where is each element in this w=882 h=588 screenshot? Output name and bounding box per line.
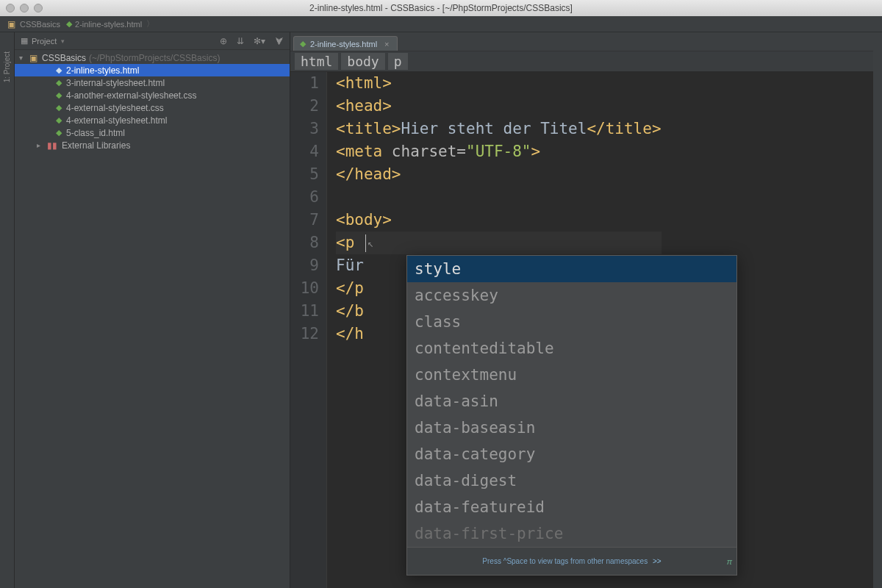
project-combo[interactable]: Project bbox=[32, 37, 57, 46]
folder-icon: ▣ bbox=[29, 53, 37, 63]
line-number: 10 bbox=[290, 277, 319, 300]
folder-icon: ▣ bbox=[7, 19, 15, 29]
text-caret bbox=[365, 234, 366, 252]
editor-area: ◆ 2-inline-styles.html × html body p 1 2… bbox=[290, 32, 882, 588]
hint-text: Press ^Space to view tags from other nam… bbox=[482, 557, 648, 565]
code-token: <html> bbox=[336, 74, 392, 92]
left-tool-strip: 1: Project bbox=[0, 32, 15, 588]
tree-file-label: 4-another-external-stylesheet.css bbox=[66, 90, 196, 101]
line-number: 5 bbox=[290, 163, 319, 186]
autocomplete-item[interactable]: data-digest bbox=[407, 467, 736, 494]
pi-icon: π bbox=[727, 551, 732, 573]
tree-root-label: CSSBasics bbox=[42, 53, 86, 63]
breadcrumb-project[interactable]: CSSBasics bbox=[20, 20, 60, 29]
window-title: 2-inline-styles.html - CSSBasics - [~/Ph… bbox=[0, 3, 882, 13]
tree-file[interactable]: ◆ 4-external-stylesheet.css bbox=[15, 101, 290, 114]
autocomplete-item[interactable]: data-asin bbox=[407, 388, 736, 415]
chevron-down-icon[interactable]: ▾ bbox=[19, 54, 28, 62]
window-titlebar: 2-inline-styles.html - CSSBasics - [~/Ph… bbox=[0, 0, 882, 16]
project-tree[interactable]: ▾ ▣ CSSBasics (~/PhpStormProjects/CSSBas… bbox=[15, 50, 290, 153]
breadcrumb-file[interactable]: 2-inline-styles.html bbox=[75, 20, 142, 29]
chevron-right-icon: 〉 bbox=[146, 18, 154, 29]
tree-file[interactable]: ◆ 3-internal-stylesheet.html bbox=[15, 76, 290, 89]
tree-root[interactable]: ▾ ▣ CSSBasics (~/PhpStormProjects/CSSBas… bbox=[15, 51, 290, 64]
line-number: 2 bbox=[290, 95, 319, 118]
autocomplete-item[interactable]: accesskey bbox=[407, 282, 736, 309]
code-token: </title> bbox=[587, 120, 661, 137]
tree-file[interactable]: ◆ 5-class_id.html bbox=[15, 126, 290, 139]
external-libraries[interactable]: ▸ ▮▮ External Libraries bbox=[15, 139, 290, 151]
line-number: 6 bbox=[290, 186, 319, 209]
project-combo-icon: ▦ bbox=[21, 36, 28, 46]
html-file-icon: ◆ bbox=[300, 39, 306, 49]
html-file-icon: ◆ bbox=[56, 115, 62, 125]
code-token: <title> bbox=[336, 120, 401, 137]
code-token: </p bbox=[336, 279, 364, 297]
code-token: <body> bbox=[336, 211, 392, 229]
code-token: > bbox=[531, 143, 541, 160]
scroll-from-source-icon[interactable]: ⊕ bbox=[220, 36, 227, 46]
line-number: 4 bbox=[290, 140, 319, 163]
hint-arrows[interactable]: >> bbox=[653, 557, 662, 565]
chevron-right-icon[interactable]: ▸ bbox=[37, 141, 46, 149]
tree-file-label: 2-inline-styles.html bbox=[66, 65, 139, 76]
autocomplete-item[interactable]: class bbox=[407, 309, 736, 335]
autocomplete-popup[interactable]: style accesskey class contenteditable co… bbox=[406, 255, 737, 576]
line-number: 1 bbox=[290, 72, 319, 95]
tree-file[interactable]: ◆ 4-another-external-stylesheet.css bbox=[15, 89, 290, 101]
tree-file-label: 4-external-stylesheet.css bbox=[66, 103, 164, 113]
autocomplete-item[interactable]: data-category bbox=[407, 441, 736, 467]
crumb[interactable]: html bbox=[295, 53, 338, 70]
autocomplete-item[interactable]: contextmenu bbox=[407, 362, 736, 388]
code-token: charset= bbox=[392, 143, 466, 160]
close-icon[interactable]: × bbox=[384, 40, 389, 49]
autocomplete-item[interactable]: data-featureid bbox=[407, 494, 736, 520]
html-file-icon: ◆ bbox=[56, 128, 62, 137]
code-token: Für bbox=[336, 257, 364, 274]
external-libraries-label: External Libraries bbox=[62, 140, 130, 151]
line-number: 9 bbox=[290, 254, 319, 277]
gear-icon[interactable]: ✻▾ bbox=[254, 36, 265, 46]
css-file-icon: ◆ bbox=[56, 103, 62, 112]
line-number: 8 bbox=[290, 232, 319, 254]
css-file-icon: ◆ bbox=[56, 90, 62, 100]
code-editor[interactable]: 1 2 3 4 5 6 7 8 9 10 11 12 <html> <head>… bbox=[290, 72, 882, 588]
crumb[interactable]: body bbox=[341, 53, 384, 70]
tree-file-label: 5-class_id.html bbox=[66, 128, 125, 138]
mouse-cursor-icon: ↖ bbox=[368, 237, 373, 249]
tree-file-label: 3-internal-stylesheet.html bbox=[66, 78, 165, 88]
code-text[interactable]: <html> <head> <title>Hier steht der Tite… bbox=[327, 72, 662, 588]
editor-tab[interactable]: ◆ 2-inline-styles.html × bbox=[293, 36, 398, 51]
library-icon: ▮▮ bbox=[47, 140, 57, 151]
structure-crumbs: html body p bbox=[290, 51, 882, 72]
html-file-icon: ◆ bbox=[56, 65, 62, 75]
collapse-all-icon[interactable]: ⇊ bbox=[237, 36, 244, 46]
autocomplete-item[interactable]: style bbox=[407, 256, 736, 282]
tree-file[interactable]: ◆ 4-external-stylesheet.html bbox=[15, 114, 290, 126]
project-panel: ▦ Project ▾ ⊕ ⇊ ✻▾ ⮟ ▾ ▣ CSSBasics (~/Ph… bbox=[15, 32, 290, 588]
html-file-icon: ◆ bbox=[66, 19, 72, 29]
editor-tabs: ◆ 2-inline-styles.html × bbox=[290, 32, 882, 51]
autocomplete-item[interactable]: data-baseasin bbox=[407, 415, 736, 441]
autocomplete-item[interactable]: contenteditable bbox=[407, 335, 736, 362]
code-token: <head> bbox=[336, 97, 392, 115]
line-number: 3 bbox=[290, 118, 319, 140]
editor-marker-gutter[interactable] bbox=[873, 40, 882, 588]
tree-file-label: 4-external-stylesheet.html bbox=[66, 115, 167, 126]
code-token: "UTF-8" bbox=[466, 143, 531, 160]
project-tool-button[interactable]: 1: Project bbox=[3, 51, 11, 82]
hide-panel-icon[interactable]: ⮟ bbox=[275, 36, 284, 46]
autocomplete-hint: Press ^Space to view tags from other nam… bbox=[407, 547, 736, 575]
tree-file[interactable]: ◆ 2-inline-styles.html bbox=[15, 64, 290, 76]
editor-tab-label: 2-inline-styles.html bbox=[310, 40, 377, 49]
line-number: 11 bbox=[290, 300, 319, 323]
code-token: <meta bbox=[336, 143, 392, 160]
tree-root-path: (~/PhpStormProjects/CSSBasics) bbox=[89, 53, 220, 63]
code-token: </b bbox=[336, 302, 364, 320]
html-file-icon: ◆ bbox=[56, 78, 62, 87]
line-gutter: 1 2 3 4 5 6 7 8 9 10 11 12 bbox=[290, 72, 327, 588]
crumb[interactable]: p bbox=[388, 53, 408, 70]
chevron-down-icon[interactable]: ▾ bbox=[61, 37, 65, 45]
line-number: 7 bbox=[290, 209, 319, 232]
autocomplete-item[interactable]: data-first-price bbox=[407, 520, 736, 547]
